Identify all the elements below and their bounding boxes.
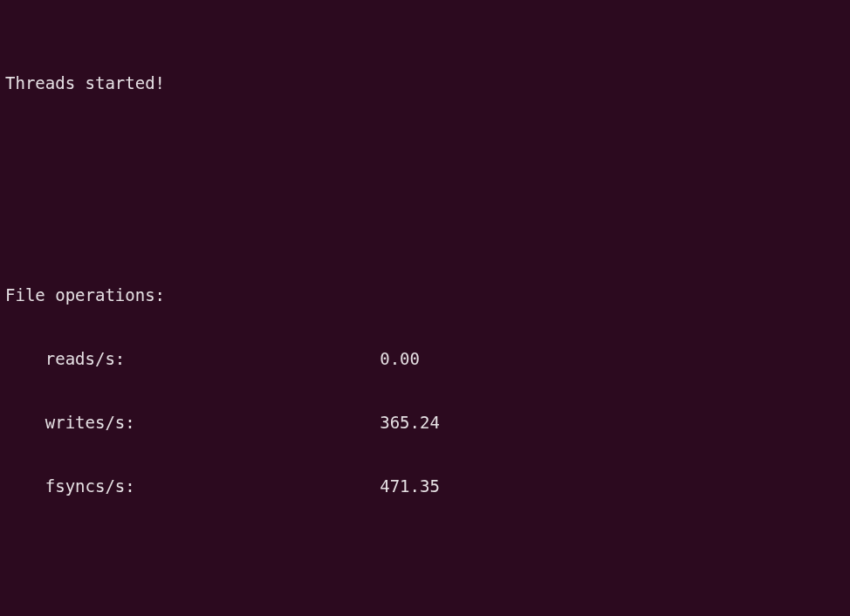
stat-value: 0.00	[380, 348, 420, 369]
fileops-row: fsyncs/s:471.35	[5, 476, 845, 496]
stat-label: fsyncs/s:	[5, 476, 135, 496]
stat-label: reads/s:	[5, 348, 125, 369]
blank-line	[5, 200, 845, 221]
stat-value: 471.35	[380, 476, 440, 496]
fileops-row: reads/s:0.00	[5, 348, 845, 369]
terminal-output: Threads started! File operations: reads/…	[0, 0, 850, 616]
header-text: Threads started!	[5, 72, 165, 93]
fileops-row: writes/s:365.24	[5, 412, 845, 433]
section-title: File operations:	[5, 284, 165, 305]
threads-started-line: Threads started!	[5, 72, 845, 93]
stat-value: 365.24	[380, 412, 440, 433]
blank-line	[5, 136, 845, 157]
stat-label: writes/s:	[5, 412, 135, 433]
blank-line	[5, 539, 845, 560]
fileops-title: File operations:	[5, 284, 845, 305]
